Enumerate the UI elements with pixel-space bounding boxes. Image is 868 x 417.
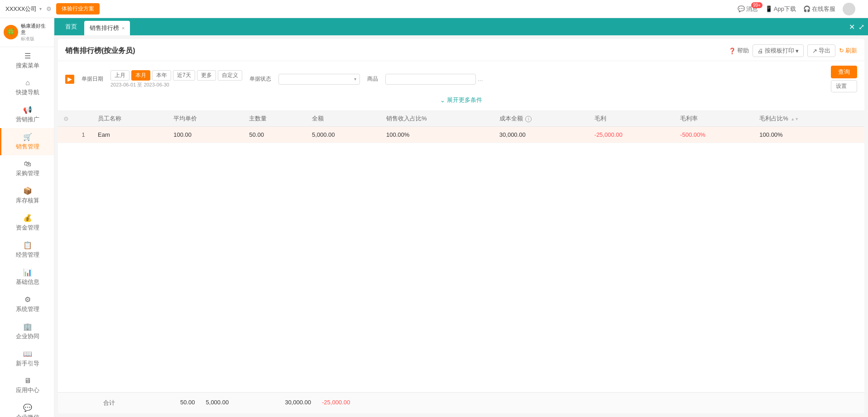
sidebar-label-guide: 新手引导 (16, 359, 39, 368)
inventory-icon: 📦 (23, 187, 32, 195)
col-sales-pct: 销售收入占比% (381, 111, 494, 127)
sidebar-item-inventory[interactable]: 📦 库存核算 (0, 182, 54, 209)
tab-close-button[interactable]: ✕ (849, 23, 855, 31)
main-layout: 🍀 畅康通好生意 标准版 ☰ 搜索菜单 ⌂ 快捷导航 📢 营销推广 🛒 销售管理… (0, 18, 868, 417)
apps-icon: 🖥 (24, 377, 31, 385)
col-name: 员工名称 (92, 111, 168, 127)
expand-icon: ⌄ (440, 97, 445, 104)
system-icon: ⚙ (24, 295, 31, 304)
company-selector[interactable]: XXXXX公司 ▾ (5, 5, 42, 13)
tab-close-icon[interactable]: × (122, 25, 125, 31)
avatar[interactable] (843, 3, 855, 15)
top-bar-right: 💬 消息 99+ 📱 App下载 🎧 在线客服 (738, 3, 863, 15)
guide-icon: 📖 (23, 350, 32, 358)
sidebar-item-guide[interactable]: 📖 新手引导 (0, 345, 54, 372)
tab-expand-button[interactable]: ⤢ (858, 23, 864, 31)
company-chevron-icon: ▾ (39, 6, 42, 11)
footer-amount: 5,000.00 (201, 396, 235, 410)
col-settings: ⚙ (58, 111, 74, 127)
trial-button[interactable]: 体验行业方案 (56, 3, 100, 14)
date-label: 单据日期 (82, 75, 103, 83)
col-gross-pct: 毛利占比% ▲▼ (754, 111, 864, 127)
col-qty: 主数量 (244, 111, 307, 127)
basic-icon: 📊 (23, 268, 32, 277)
row-name: Eam (92, 127, 168, 143)
footer-cost: 30,000.00 (279, 396, 317, 410)
refresh-icon: ↻ (839, 47, 844, 54)
sidebar-item-search[interactable]: ☰ 搜索菜单 (0, 47, 54, 74)
sidebar-item-finance[interactable]: 💰 资金管理 (0, 209, 54, 236)
company-name: XXXXX公司 (5, 5, 37, 13)
table-settings-icon[interactable]: ⚙ (63, 115, 69, 122)
footer-gross: -25,000.00 (317, 396, 355, 410)
help-button[interactable]: ❓ 帮助 (729, 47, 749, 55)
page-header-actions: ❓ 帮助 🖨 按模板打印 ▾ ↗ 导出 ↻ 刷新 (729, 44, 857, 57)
settings-filter-button[interactable]: 设置 (831, 80, 857, 92)
row-cost: 30,000.00 (494, 127, 589, 143)
sidebar-label-wechat: 企业微信 (16, 413, 39, 417)
tab-sales-ranking[interactable]: 销售排行榜 × (84, 21, 130, 35)
status-select-wrap: ▾ (278, 74, 360, 85)
col-gross: 毛利 (589, 111, 675, 127)
sidebar-label-marketing: 营销推广 (16, 115, 39, 124)
refresh-button[interactable]: ↻ 刷新 (839, 47, 857, 55)
sidebar-item-shortcuts[interactable]: ⌂ 快捷导航 (0, 74, 54, 101)
sidebar-item-sales[interactable]: 🛒 销售管理 (0, 128, 54, 155)
export-button[interactable]: ↗ 导出 (807, 44, 835, 57)
sidebar-item-operations[interactable]: 📋 经营管理 (0, 236, 54, 264)
sidebar-label-finance: 资金管理 (16, 224, 39, 232)
expand-more-row: ⌄ 展开更多条件 (65, 94, 857, 106)
search-menu-icon: ☰ (24, 52, 31, 60)
logo-text: 畅康通好生意 (21, 23, 50, 36)
template-print-button[interactable]: 🖨 按模板打印 ▾ (753, 44, 804, 57)
sidebar-item-enterprise[interactable]: 🏢 企业协同 (0, 318, 54, 345)
app-download-button[interactable]: 📱 App下载 (765, 5, 796, 13)
date-btn-this-year[interactable]: 本年 (152, 70, 171, 81)
table-header-row: ⚙ 员工名称 平均单价 主数量 (58, 111, 864, 127)
status-select[interactable] (278, 74, 360, 85)
page-title: 销售排行榜(按业务员) (65, 46, 135, 56)
expand-more-button[interactable]: ⌄ 展开更多条件 (440, 94, 482, 106)
sidebar-item-apps[interactable]: 🖥 应用中心 (0, 372, 54, 399)
sidebar-item-marketing[interactable]: 📢 营销推广 (0, 101, 54, 128)
online-service-button[interactable]: 🎧 在线客服 (803, 5, 835, 13)
sidebar: 🍀 畅康通好生意 标准版 ☰ 搜索菜单 ⌂ 快捷导航 📢 营销推广 🛒 销售管理… (0, 18, 54, 417)
page-header: 销售排行榜(按业务员) ❓ 帮助 🖨 按模板打印 ▾ ↗ 导出 (58, 39, 864, 61)
print-chevron-icon: ▾ (796, 48, 799, 54)
goods-input[interactable] (385, 74, 476, 85)
export-icon: ↗ (812, 48, 817, 54)
goods-more-icon[interactable]: … (478, 76, 483, 82)
date-btn-7days[interactable]: 近7天 (173, 70, 195, 81)
date-btn-this-month[interactable]: 本月 (131, 70, 150, 81)
sidebar-label-enterprise: 企业协同 (16, 332, 39, 340)
col-rank (74, 111, 92, 127)
message-button[interactable]: 💬 消息 99+ (738, 5, 758, 13)
cost-info-icon[interactable]: i (525, 116, 532, 122)
sidebar-item-basic[interactable]: 📊 基础信息 (0, 264, 54, 291)
row-gross: -25,000.00 (589, 127, 675, 143)
sidebar-label-system: 系统管理 (16, 305, 39, 313)
sidebar-item-wechat[interactable]: 💬 企业微信 (0, 399, 54, 417)
col-cost: 成本全额 i (494, 111, 589, 127)
date-filter-buttons: 上月 本月 本年 近7天 更多 自定义 (110, 70, 242, 81)
settings-icon[interactable]: ⚙ (46, 5, 52, 12)
date-btn-more[interactable]: 更多 (197, 70, 216, 81)
enterprise-icon: 🏢 (23, 322, 32, 331)
tab-bar-actions: ✕ ⤢ (849, 23, 864, 31)
sidebar-item-purchase[interactable]: 🛍 采购管理 (0, 155, 54, 182)
goods-filter-wrap: … (385, 74, 824, 85)
date-btn-custom[interactable]: 自定义 (218, 70, 242, 81)
sidebar-label-basic: 基础信息 (16, 278, 39, 286)
sidebar-item-system[interactable]: ⚙ 系统管理 (0, 291, 54, 318)
filter-expand-arrow[interactable]: ▶ (65, 75, 74, 84)
tab-home[interactable]: 首页 (58, 18, 84, 35)
gross-pct-sort-icon[interactable]: ▲▼ (791, 117, 799, 121)
query-button[interactable]: 查询 (831, 66, 857, 78)
message-badge: 99+ (751, 2, 762, 8)
sales-ranking-table: ⚙ 员工名称 平均单价 主数量 (58, 111, 864, 143)
date-btn-last-month[interactable]: 上月 (110, 70, 129, 81)
row-avg-price: 100.00 (168, 127, 244, 143)
marketing-icon: 📢 (23, 105, 32, 114)
col-avg-price: 平均单价 (168, 111, 244, 127)
sidebar-label-inventory: 库存核算 (16, 197, 39, 205)
